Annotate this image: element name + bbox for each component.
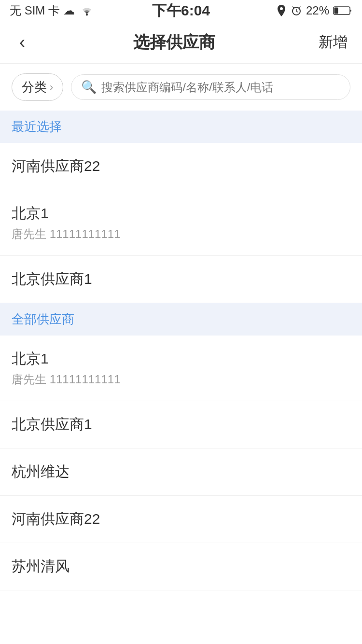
battery-label: 22% (306, 4, 329, 17)
item-name: 北京1 (12, 204, 350, 224)
item-name: 北京1 (12, 349, 350, 369)
location-icon (276, 4, 287, 17)
back-button[interactable]: ‹ (14, 28, 30, 57)
status-time: 下午6:04 (152, 1, 210, 21)
item-sub: 唐先生 11111111111 (12, 226, 350, 242)
status-right: 22% (276, 4, 352, 17)
search-icon: 🔍 (81, 80, 97, 95)
svg-point-1 (280, 7, 283, 10)
nav-bar: ‹ 选择供应商 新增 (0, 21, 362, 64)
new-button[interactable]: 新增 (319, 32, 348, 52)
list-item[interactable]: 北京供应商1 (0, 256, 362, 303)
all-section-header: 全部供应商 (0, 303, 362, 336)
list-item[interactable]: 北京供应商1 (0, 401, 362, 448)
item-name: 河南供应商22 (12, 509, 350, 529)
item-name: 河南供应商22 (12, 156, 350, 176)
filter-bar: 分类 › 🔍 (0, 64, 362, 111)
recent-list: 河南供应商22 北京1 唐先生 11111111111 北京供应商1 (0, 143, 362, 303)
list-item[interactable]: 河南供应商22 (0, 143, 362, 190)
list-item[interactable]: 北京1 唐先生 11111111111 (0, 190, 362, 256)
search-box[interactable]: 🔍 (71, 74, 350, 100)
recent-section-header: 最近选择 (0, 111, 362, 143)
category-label: 分类 (22, 79, 47, 96)
item-name: 苏州清风 (12, 557, 350, 576)
svg-point-0 (86, 14, 88, 16)
svg-rect-4 (334, 8, 338, 14)
item-name: 杭州维达 (12, 462, 350, 482)
item-sub: 唐先生 11111111111 (12, 372, 350, 387)
status-bar: 无 SIM 卡 ☁ 下午6:04 22% (0, 0, 362, 21)
list-item[interactable]: 北京1 唐先生 11111111111 (0, 336, 362, 401)
chevron-right-icon: › (50, 81, 53, 94)
nav-title: 选择供应商 (30, 31, 319, 54)
recent-section-label: 最近选择 (12, 119, 62, 134)
item-name: 北京供应商1 (12, 269, 350, 289)
category-button[interactable]: 分类 › (12, 73, 63, 101)
wifi-icon (80, 5, 94, 16)
list-item[interactable]: 河南供应商22 (0, 496, 362, 543)
battery-icon (333, 5, 352, 16)
item-name: 北京供应商1 (12, 415, 350, 434)
list-item[interactable]: 杭州维达 (0, 448, 362, 496)
all-list: 北京1 唐先生 11111111111 北京供应商1 杭州维达 河南供应商22 … (0, 336, 362, 590)
sim-label: 无 SIM 卡 ☁ (10, 3, 75, 18)
all-section-label: 全部供应商 (12, 312, 74, 326)
list-item[interactable]: 苏州清风 (0, 543, 362, 590)
status-left: 无 SIM 卡 ☁ (10, 3, 94, 18)
search-input[interactable] (101, 81, 340, 94)
alarm-icon (291, 4, 302, 17)
